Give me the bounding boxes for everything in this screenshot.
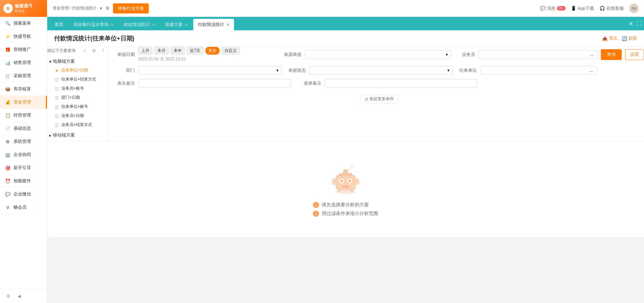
tab-label-receipt: 收款情况统计 <box>124 22 150 28</box>
main-area: 资金管理 / 付款情况统计 ▾ ⚙ 体验行业方案 💬 消息 99+ 📱 App下… <box>47 0 644 303</box>
tab-close-receipt[interactable]: ✕ <box>152 23 155 27</box>
scheme-item-0-5[interactable]: ◫业务员+日期 <box>47 111 104 120</box>
sidebar-item-sales[interactable]: 📊 销售管理 <box>0 56 47 69</box>
query-btn[interactable]: 查询 <box>601 49 622 60</box>
collapse-more-btn[interactable]: ⋀ 收起更多条件 <box>360 94 398 103</box>
date-tag-7days[interactable]: 近7天 <box>187 47 203 55</box>
app-download-btn[interactable]: 📱 App下载 <box>571 5 594 11</box>
body-note-label: 表体备注 <box>301 80 321 86</box>
date-tag-more[interactable]: 更多 <box>205 47 219 55</box>
sidebar-item-label: 销售管理 <box>13 60 31 66</box>
sales-icon: 📊 <box>5 60 11 66</box>
salesman-more-icon: … <box>590 52 594 57</box>
scheme-collapse-btn[interactable]: 《 <box>100 47 104 54</box>
sidebar-settings-btn[interactable]: ⚙ <box>5 292 12 300</box>
tab-receipt[interactable]: 收款情况统计✕ <box>119 19 160 30</box>
export-btn[interactable]: 📤 导出 <box>602 35 618 41</box>
export-icon: 📤 <box>602 36 608 41</box>
date-tag-custom[interactable]: 自定义 <box>222 47 240 55</box>
filter-container: 按以下方案查询 ＋ ⚙ 《 ▾电脑端方案●往来单位+日期◫往来单位+结算方式◫业… <box>47 47 644 141</box>
svg-line-13 <box>351 190 352 191</box>
refresh-btn[interactable]: 🔄 刷新 <box>622 35 637 41</box>
dept-dropdown-icon: ▾ <box>276 68 279 73</box>
sidebar-item-member[interactable]: V 畅会员 <box>0 201 47 214</box>
sidebar-item-basic[interactable]: 📄 基础信息 <box>0 122 47 135</box>
collapse-icon: ⋀ <box>365 97 368 101</box>
tab-new[interactable]: 新建方案✕ <box>160 19 193 30</box>
tab-close-payment[interactable]: ✕ <box>226 23 229 27</box>
sidebar-item-finance[interactable]: 💰 资金管理 <box>0 96 47 109</box>
topbar-settings-btn[interactable]: ⚙ <box>106 6 110 11</box>
sidebar-item-system[interactable]: ⚙ 系统管理 <box>0 135 47 148</box>
member-icon: V <box>5 204 11 210</box>
user-avatar[interactable]: Rit <box>629 4 639 13</box>
scheme-item-0-0[interactable]: ●往来单位+日期 <box>47 66 104 75</box>
svg-point-0 <box>335 190 356 194</box>
sidebar-subtitle: 标准版 <box>15 9 32 13</box>
sidebar-brand: 畅捷通巧 标准版 <box>15 3 32 13</box>
sidebar-title: 畅捷通巧 <box>15 3 32 9</box>
add-scheme-btn[interactable]: ＋ <box>81 47 88 54</box>
scheme-item-0-4[interactable]: ◫往来单位+账号 <box>47 102 104 111</box>
body-note-input[interactable] <box>325 79 477 88</box>
sidebar-item-purchase[interactable]: 🛒 采购管理 <box>0 69 47 83</box>
sidebar-item-shortcut[interactable]: ⚡ 快捷导航 <box>0 30 47 43</box>
sidebar-item-label: 资金管理 <box>13 99 31 105</box>
sidebar-item-marketing[interactable]: 🎁 营销推广 <box>0 43 47 56</box>
sidebar-item-guide[interactable]: 🎯 新手引导 <box>0 161 47 175</box>
tab-payment[interactable]: 付款情况统计✕ <box>193 19 234 30</box>
date-tag-this-year[interactable]: 本年 <box>171 47 185 55</box>
message-btn[interactable]: 💬 消息 99+ <box>540 5 565 11</box>
topbar: 资金管理 / 付款情况统计 ▾ ⚙ 体验行业方案 💬 消息 99+ 📱 App下… <box>47 0 644 17</box>
operation-icon: 📋 <box>5 112 11 118</box>
close-all-tabs-btn[interactable]: ✕ <box>629 21 633 27</box>
salesman-select[interactable]: … <box>478 50 597 59</box>
dept-select[interactable]: ▾ <box>138 66 282 75</box>
scheme-item-0-3[interactable]: ◫部门+日期 <box>47 93 104 102</box>
empty-area: 1 请先选择要分析的方案 2 用过滤条件来缩小分析范围 <box>47 141 644 237</box>
scheme-settings-btn[interactable]: ⚙ <box>90 47 98 54</box>
docstatus-select[interactable]: ▾ <box>309 66 453 75</box>
scheme-group-header-0[interactable]: ▾电脑端方案 <box>47 57 104 66</box>
scheme-item-0-1[interactable]: ◫往来单位+结算方式 <box>47 75 104 84</box>
svg-point-5 <box>341 180 343 182</box>
sidebar-item-enterprise[interactable]: 🏢 企业协同 <box>0 148 47 161</box>
date-tag-this-month[interactable]: 本月 <box>154 47 169 55</box>
tab-close-bank[interactable]: ✕ <box>111 23 114 27</box>
tab-bank[interactable]: 现金银行流水查询✕ <box>69 19 118 30</box>
topbar-dropdown-btn[interactable]: ▾ <box>100 6 102 11</box>
scheme-item-0-2[interactable]: ◫业务员+账号 <box>47 84 104 93</box>
date-tag-last-month[interactable]: 上月 <box>138 47 152 55</box>
dept-label: 部门 <box>115 67 135 73</box>
sidebar-item-label: 企业微信 <box>13 191 31 197</box>
scheme-group-header-1[interactable]: ▸移动端方案 <box>47 131 104 140</box>
page-header-actions: 📤 导出 🔄 刷新 <box>602 35 637 41</box>
inventory-icon: 📦 <box>5 86 11 92</box>
online-service-btn[interactable]: 🎧 在线客服 <box>599 5 624 11</box>
sidebar-item-operation[interactable]: 📋 经营管理 <box>0 109 47 122</box>
sidebar-item-label: 畅会员 <box>13 204 27 210</box>
sidebar-item-search[interactable]: 🔍 搜索菜单 <box>0 17 47 30</box>
sidebar-item-hardware[interactable]: ⏰ 智能硬件 <box>0 175 47 188</box>
industry-btn[interactable]: 体验行业方案 <box>113 3 149 13</box>
source-select[interactable]: ▾ <box>305 50 452 59</box>
fullscreen-btn[interactable]: ⛶ <box>636 21 641 27</box>
svg-rect-11 <box>356 178 359 185</box>
scheme-item-0-6[interactable]: ◫业务员+结算方式 <box>47 120 104 129</box>
tab-close-new[interactable]: ✕ <box>185 23 188 27</box>
filter-fields: 单据日期 上月 本月 本年 近7天 更多 自定义 2022-01-01 至 20… <box>108 47 644 141</box>
setting-btn[interactable]: 设置 <box>625 49 644 60</box>
page-header: 付款情况统计(往来单位+日期) 📤 导出 🔄 刷新 <box>47 30 644 47</box>
partner-select[interactable]: … <box>480 66 597 75</box>
wechat-icon: 💬 <box>5 191 11 197</box>
tab-home[interactable]: 首页 <box>50 19 68 30</box>
sidebar-item-label: 系统管理 <box>13 139 31 145</box>
svg-rect-10 <box>332 178 335 185</box>
sidebar-collapse-btn[interactable]: ◀ <box>16 292 23 300</box>
scheme-label: 按以下方案查询 <box>47 48 76 54</box>
sidebar-item-inventory[interactable]: 📦 库存核算 <box>0 83 47 96</box>
header-note-input[interactable] <box>138 79 291 88</box>
sidebar-item-wechat[interactable]: 💬 企业微信 <box>0 188 47 201</box>
tab-label-new: 新建方案 <box>165 22 183 28</box>
purchase-icon: 🛒 <box>5 73 11 79</box>
